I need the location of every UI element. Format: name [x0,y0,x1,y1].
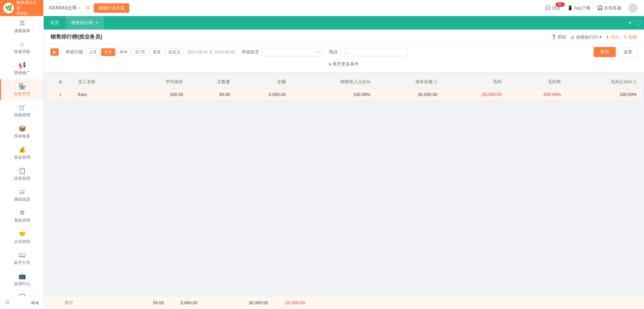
goods-input[interactable] [340,48,407,56]
print-btn[interactable]: 🖨 按模板打印 ▾ [570,34,602,40]
guide-icon: 📖 [18,251,26,259]
print-chevron-icon: ▾ [599,35,602,40]
date-btn-last-month[interactable]: 上月 [86,48,100,56]
refresh-label: 刷新 [629,34,637,40]
date-range: 2023-06-01 至 2023-06-30 [187,49,235,55]
table-header-row: ⚙ 员工名称 平均单价 主数量 全额 销售收入占比% 成本全额 i 毛利 毛利率… [47,75,641,89]
expand-more-btn[interactable]: ▾ 展开更多条件 [50,60,637,68]
app-download-label: App下载 [574,5,591,11]
goods-label: 商品 [329,49,338,55]
summary-main-qty: 50.00 [141,300,168,305]
sidebar-item-quick-nav[interactable]: ⌂ 快捷导航 [0,37,43,58]
phone-icon: 📱 [567,5,573,10]
collapse-sidebar-icon[interactable]: ◀◀ [30,299,38,306]
inventory-label: 库存核算 [14,134,30,139]
summary-gross: -25,000.00 [272,300,309,305]
date-buttons: 上月 本月 本年 近7天 更多 自定义 [86,48,183,56]
status-select[interactable] [262,48,322,56]
col-gross-rate: 毛利率 [506,75,565,89]
date-btn-7days[interactable]: 近7天 [132,48,148,56]
col-settings[interactable]: ⚙ [47,75,74,89]
status-filter: 单据状态 [242,48,322,56]
summary-amount: 5,000.00 [168,300,202,305]
col-main-qty: 主数量 [187,75,234,89]
col-amount: 全额 [234,75,290,89]
system-label: 系统管理 [14,218,30,223]
filter-settings-btn[interactable]: 设置 [618,47,637,57]
main-table: ⚙ 员工名称 平均单价 主数量 全额 销售收入占比% 成本全额 i 毛利 毛利率… [47,75,641,101]
refresh-icon: ↻ [624,35,627,40]
col-avg-price: 平均单价 [131,75,187,89]
sidebar-item-enterprise-wechat[interactable]: 💬 企业微信 [0,290,43,296]
help-btn[interactable]: ❓ 帮助 [551,34,566,40]
settings-footer-icon[interactable]: ⚙ [5,299,10,306]
sidebar-item-purchase-mgmt[interactable]: 🛒 采购管理 [0,100,43,121]
tab-close-icon[interactable]: ✕ [95,20,98,25]
action-buttons: 查询 设置 [594,47,637,57]
operations-icon: 📋 [18,167,26,174]
message-btn[interactable]: 💬 消息 99+ [545,5,561,11]
search-orders-label: 搜索菜单 [14,28,30,34]
tab-home[interactable]: 首页 [44,16,66,30]
cell-gross-rate: -500.00% [506,89,565,101]
print-label: 按模板打印 [576,34,598,40]
quick-nav-icon: ⌂ [20,41,24,48]
table-body: 1 Eam 100.00 50.00 5,000.00 100.00% 30,0… [47,89,641,101]
tab-sales-ranking[interactable]: 销售排行榜 ✕ [66,16,104,30]
filter-toggle-btn[interactable]: ▶ [50,48,59,56]
gross-pct-info-icon: i [633,80,637,84]
cost-info-icon: i [434,80,437,84]
app-download-btn[interactable]: 📱 App下载 [567,5,591,11]
sidebar-item-operations[interactable]: 📋 经营管理 [0,164,43,185]
tab-restore-btn[interactable]: ⛶ [635,20,641,26]
user-avatar[interactable] [628,3,639,13]
sidebar-item-finance[interactable]: 💰 资金管理 [0,143,43,164]
cell-cost: 30,000.00 [375,89,441,101]
table-row: 1 Eam 100.00 50.00 5,000.00 100.00% 30,0… [47,89,641,101]
col-cost: 成本全额 i [375,75,441,89]
refresh-btn[interactable]: ↻ 刷新 [624,34,637,40]
help-label: 帮助 [558,34,566,40]
logo-text: 畅康通好生意 标准版 [16,0,40,15]
sidebar-item-guide[interactable]: 📖 新手引导 [0,248,43,269]
online-support-btn[interactable]: 🎧 在线客服 [597,5,621,11]
query-btn[interactable]: 查询 [594,47,616,57]
date-label: 单据日期 [66,49,83,55]
trial-btn[interactable]: 体验行业方案 [94,3,129,13]
sidebar-item-app-center[interactable]: 📺 应用中心 [0,269,43,290]
export-btn[interactable]: ⬆ 导出 [606,34,619,40]
headset-icon: 🎧 [597,5,603,10]
date-btn-custom[interactable]: 自定义 [165,48,183,56]
company-settings-icon[interactable]: ⚙ [86,5,90,11]
sidebar-item-sales-mgmt[interactable]: 🏪 销售管理 [0,79,43,100]
date-btn-this-year[interactable]: 本年 [117,48,131,56]
sidebar-item-enterprise[interactable]: 🤝 企业协同 [0,227,43,248]
date-btn-this-month[interactable]: 本月 [101,48,115,56]
sidebar-item-system[interactable]: ⚙ 系统管理 [0,206,43,227]
finance-label: 资金管理 [14,155,30,160]
summary-row: 合计 50.00 5,000.00 30,000.00 -25,000.00 [44,296,644,309]
status-label: 单据状态 [242,49,259,55]
sidebar-item-marketing[interactable]: 📢 营销推广 [0,58,43,79]
message-badge: 99+ [556,2,565,7]
sidebar-item-basic-info[interactable]: 🗂 基础信息 [0,185,43,206]
purchase-mgmt-icon: 🛒 [18,104,26,111]
company-selector[interactable]: XXXXXX公司 ▾ [49,5,81,11]
sales-mgmt-label: 销售管理 [14,91,30,97]
date-btn-more[interactable]: 更多 [150,48,164,56]
sidebar-item-search-orders[interactable]: ☰ 搜索菜单 [0,16,43,37]
search-orders-icon: ☰ [19,19,25,27]
page-title: 销售排行榜(按业务员) [50,34,102,41]
support-label: 在线客服 [604,5,621,11]
export-icon: ⬆ [606,35,609,40]
sidebar-item-inventory[interactable]: 📦 库存核算 [0,121,43,143]
app-center-icon: 📺 [18,272,26,280]
enterprise-label: 企业协同 [14,239,30,245]
finance-icon: 💰 [18,146,26,153]
guide-label: 新手引导 [14,260,30,266]
cell-rank: 1 [47,89,74,101]
page-header: 销售排行榜(按业务员) ❓ 帮助 🖨 按模板打印 ▾ ⬆ 导出 [44,30,644,44]
app-center-label: 应用中心 [14,281,30,287]
tab-close-btn[interactable]: ✕ [628,20,632,26]
company-name: XXXXXX公司 [49,5,77,11]
